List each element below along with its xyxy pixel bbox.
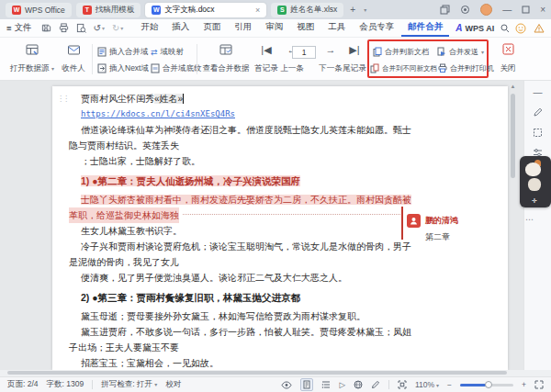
settings-gear-icon[interactable]: [460, 5, 470, 15]
menu-home[interactable]: 开始: [134, 19, 164, 37]
zoom-dropdown-icon[interactable]: ▾: [436, 382, 439, 388]
undo-button[interactable]: ↺ ▾: [94, 23, 105, 33]
print-icon[interactable]: [59, 23, 69, 33]
next-record-button[interactable]: → 下一条: [318, 40, 343, 77]
recipient-icon: [67, 43, 81, 57]
promo-sticker[interactable]: ✛: [520, 156, 551, 207]
page-indicator[interactable]: 页面: 2/4: [7, 379, 39, 390]
menu-insert[interactable]: 插入: [165, 19, 196, 37]
zoom-in-button[interactable]: +: [522, 380, 526, 389]
menu-page[interactable]: 页面: [197, 19, 227, 37]
close-merge-button[interactable]: 关闭: [494, 40, 522, 77]
merge-send-dropdown-icon[interactable]: ▾: [481, 49, 484, 55]
feedback-smiley-icon[interactable]: [515, 23, 526, 34]
merge-to-diff-docs-button[interactable]: 合并到不同新文档: [370, 62, 437, 75]
tab-template-doc[interactable]: T 找稿用模板: [76, 3, 141, 17]
last-record-label: 尾记录: [343, 63, 366, 74]
play-presentation-icon[interactable]: ▷: [339, 380, 345, 389]
menu-review[interactable]: 审阅: [259, 19, 289, 37]
tab-active-docx[interactable]: W 文字文稿.docx ×: [145, 3, 266, 17]
web-layout-icon[interactable]: [354, 380, 363, 389]
comment-avatar-icon: [407, 214, 421, 228]
merge-new-doc-icon: [373, 47, 382, 57]
tab-xlsx[interactable]: S 姓名名单.xlsx: [271, 3, 343, 17]
merge-field-shading-button[interactable]: 合并域底纹: [151, 62, 202, 75]
menu-view[interactable]: 视图: [290, 19, 320, 37]
redo-button[interactable]: ↻ ▾: [112, 23, 123, 33]
menu-mail-merge[interactable]: 邮件合并: [401, 19, 449, 37]
record-number-input[interactable]: [292, 46, 316, 59]
spellcheck-toggle[interactable]: 拼写检查: 打开 ▾: [101, 379, 157, 390]
undo-dropdown-icon[interactable]: ▾: [102, 25, 105, 31]
insert-next-field-button[interactable]: 插入Next域: [97, 62, 149, 75]
horizontal-scrollbar[interactable]: [0, 370, 551, 376]
comment-card[interactable]: 鹏的清鸿 第二章: [407, 214, 499, 243]
eye-protection-icon[interactable]: [281, 381, 292, 389]
fit-page-icon[interactable]: [398, 380, 407, 389]
tab-close-icon[interactable]: ×: [255, 6, 260, 15]
minimize-button[interactable]: —: [502, 5, 512, 15]
recipients-button[interactable]: 收件人: [57, 40, 90, 77]
menu-reference[interactable]: 引用: [228, 19, 258, 37]
warning-icon[interactable]: [534, 23, 545, 34]
doc-line: 招惹宝玉；宝黛相会，一见如故。: [69, 355, 403, 370]
merge-send-button[interactable]: 合并发送 ▾: [437, 45, 484, 59]
merge-to-printer-button[interactable]: 合并到打印机: [438, 62, 494, 75]
word-count[interactable]: 字数: 1309: [47, 379, 84, 390]
merge-to-diff-docs-label: 合并到不同新文档: [382, 64, 437, 73]
zoom-level[interactable]: 110%▾: [415, 380, 439, 389]
last-record-button[interactable]: ▶| 尾记录: [342, 40, 367, 77]
zoom-slider[interactable]: [460, 384, 513, 386]
document-page[interactable]: ⋮⋮ 贾雨村风尘怀闺秀«姓名» https://kdocs.cn/l/ci4sn…: [52, 86, 508, 370]
drag-handle-icon[interactable]: ⋮⋮: [57, 95, 68, 103]
new-tab-button[interactable]: +: [348, 5, 357, 15]
page-view-mode-button[interactable]: [300, 378, 313, 391]
last-record-icon: ▶|: [349, 43, 359, 56]
file-menu[interactable]: ≡ 文件: [6, 22, 32, 34]
open-data-source-dropdown-icon[interactable]: ▾: [51, 66, 54, 72]
save-icon[interactable]: [41, 23, 51, 33]
wps-ai-button[interactable]: A WPS AI: [449, 23, 500, 33]
menu-tools[interactable]: 工具: [321, 19, 352, 37]
merge-to-new-doc-button[interactable]: 合并到新文档: [373, 45, 429, 59]
first-record-button[interactable]: |◀ 首记录: [253, 40, 279, 77]
next-record-icon: →: [326, 43, 336, 56]
insert-merge-field-button[interactable]: 插入合并域: [97, 45, 149, 59]
sidebar-select-icon[interactable]: [532, 127, 544, 139]
close-window-button[interactable]: ×: [540, 5, 545, 15]
merge-field-chip[interactable]: «姓名»: [154, 94, 183, 104]
doc-line: 僧道谈论绛珠仙草为神瑛侍者还泪之事。僧道度脱甄士隐女儿英莲未能如愿。甄士: [69, 122, 403, 138]
spellcheck-dropdown-icon[interactable]: ▾: [154, 382, 157, 387]
menubar-right-icons: [515, 23, 545, 34]
outline-view-button[interactable]: [321, 380, 331, 389]
search-icon[interactable]: [500, 24, 510, 33]
sidebar-pen-icon[interactable]: [532, 106, 544, 118]
redo-dropdown-icon[interactable]: ▾: [120, 25, 123, 31]
fullscreen-icon[interactable]: [534, 380, 544, 389]
menu-member[interactable]: 会员专享: [353, 19, 400, 37]
user-avatar[interactable]: [480, 4, 492, 16]
maximize-button[interactable]: [522, 6, 530, 14]
tab-list-dropdown-icon[interactable]: ▾: [362, 6, 368, 13]
scroll-up-icon[interactable]: ▲: [510, 83, 516, 90]
kdocs-hyperlink[interactable]: https://kdocs.cn/l/ci4snXEsQ4Rs: [81, 109, 235, 118]
edit-pen-icon[interactable]: [371, 380, 380, 389]
tab-wps-office[interactable]: W WPS Office: [6, 3, 72, 17]
vertical-scrollbar[interactable]: ▲: [510, 83, 516, 370]
data-source-icon: [25, 43, 39, 57]
vertical-scroll-thumb[interactable]: [511, 94, 515, 178]
windows-layout-icon[interactable]: [440, 5, 450, 15]
proofread-button[interactable]: 校对: [165, 379, 181, 390]
open-data-source-button[interactable]: 打开数据源 ▾: [7, 40, 57, 77]
redo-icon: ↻: [112, 23, 119, 33]
more-options-icon[interactable]: ⋯: [525, 215, 534, 224]
print-preview-icon[interactable]: [76, 23, 86, 33]
field-mapping-button[interactable]: ⇄ 域映射: [151, 45, 184, 59]
zoom-out-button[interactable]: −: [447, 380, 452, 389]
view-merged-data-button[interactable]: 查看合并数据: [200, 40, 252, 77]
zoom-slider-knob[interactable]: [485, 381, 492, 388]
horizontal-scroll-thumb[interactable]: [7, 371, 507, 375]
doc-line: 黛玉进贾府，不敢多说一句话，多行一步路，怕被人耻笑。贾母疼爱林黛玉；凤姐: [69, 324, 403, 340]
doc-line: 隐与贾雨村结识。英莲丢失: [69, 138, 403, 153]
sidebar-collapse-icon[interactable]: —: [532, 86, 544, 98]
